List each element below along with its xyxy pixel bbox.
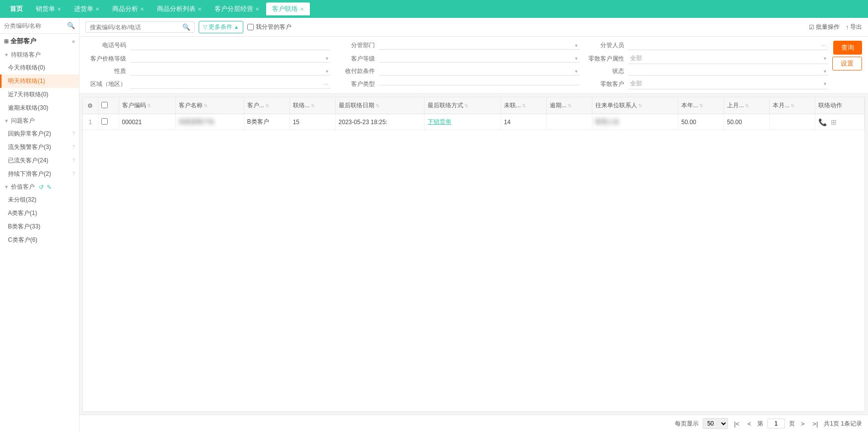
select-all-checkbox[interactable] [101, 102, 108, 108]
filter-status-select[interactable]: ▾ [628, 68, 828, 75]
next-page-button[interactable]: > [799, 419, 807, 429]
th-last-month[interactable]: 上月...⇅ [724, 97, 770, 114]
filter-dept: 分管部门 ▾ [334, 41, 579, 50]
search-box: 🔍 [85, 21, 195, 33]
th-settings[interactable]: ⚙ [83, 97, 98, 114]
grid-action-icon[interactable]: ⊞ [831, 118, 837, 126]
nav-product-analysis-list[interactable]: 商品分析列表 ✕ [151, 2, 208, 15]
sort-icon: ⇅ [265, 103, 269, 108]
chevron-down-icon: ▾ [575, 69, 578, 74]
filter-payment-select[interactable]: ▾ [379, 68, 579, 75]
sidebar-item-churn-warning[interactable]: 流失预警客户(3) ? [0, 141, 79, 154]
sidebar-search-icon[interactable]: 🔍 [67, 22, 75, 29]
help-icon[interactable]: ? [72, 158, 75, 163]
filter-customer-level-select[interactable]: ▾ [379, 55, 579, 63]
prev-page-button[interactable]: < [745, 419, 753, 429]
page-size-select[interactable]: 50 100 200 [703, 418, 728, 429]
th-not-contact[interactable]: 未联...⇅ [501, 97, 546, 114]
sidebar-item-declining[interactable]: 持续下滑客户(2) ? [0, 167, 79, 181]
sidebar-search-input[interactable] [4, 22, 67, 29]
filter-dept-select[interactable]: ▾ [379, 42, 579, 50]
sidebar-item-class-c[interactable]: C类客户(6) [0, 233, 79, 247]
refresh-icon[interactable]: ↺ [39, 184, 44, 191]
close-icon[interactable]: ✕ [300, 6, 304, 12]
sidebar-item-class-b[interactable]: B类客户(33) [0, 220, 79, 233]
th-type[interactable]: 客户...⇅ [244, 97, 289, 114]
dots-icon: ··· [323, 80, 328, 87]
my-customers-checkbox-label[interactable]: 我分管的客户 [247, 23, 291, 31]
my-customers-checkbox[interactable] [247, 24, 254, 30]
search-icon[interactable]: 🔍 [182, 23, 190, 31]
filter-gender-select[interactable]: ▾ [130, 68, 330, 75]
sidebar-item-repurchase-abnormal[interactable]: 回购异常客户(2) ? [0, 127, 79, 141]
help-icon[interactable]: ? [72, 131, 75, 137]
sidebar-item-class-a[interactable]: A类客户(1) [0, 207, 79, 220]
row-checkbox[interactable] [98, 114, 119, 130]
th-overdue[interactable]: 逾期...⇅ [546, 97, 592, 114]
filter-price-level-select[interactable]: ▾ [130, 55, 330, 63]
edit-icon[interactable]: ✎ [47, 184, 52, 191]
row-name: 张某某客户名 [176, 114, 244, 130]
filter-zero-customer-select[interactable]: 全部 ▾ [628, 53, 828, 64]
sort-icon: ⇅ [522, 103, 526, 108]
row-last-month: 50.00 [724, 114, 770, 130]
row-contact-count: 15 [289, 114, 335, 130]
sidebar-item-churned[interactable]: 已流失客户(24) ? [0, 154, 79, 167]
th-this-year[interactable]: 本年...⇅ [678, 97, 723, 114]
sidebar: 🔍 ⊞ 全部客户 « ▼ 待联络客户 今天待联络(0) 明天待联络(1) 近7天… [0, 18, 79, 432]
help-icon[interactable]: ? [72, 171, 75, 177]
th-contact-person[interactable]: 往来单位联系人⇅ [592, 97, 678, 114]
close-icon[interactable]: ✕ [198, 6, 202, 12]
filter-phone-input[interactable] [130, 41, 330, 50]
th-last-contact-date[interactable]: 最后联络日期⇅ [335, 97, 425, 114]
th-name[interactable]: 客户名称⇅ [176, 97, 244, 114]
help-icon[interactable]: ? [72, 144, 75, 150]
expand-arrow-icon: ▼ [4, 52, 9, 58]
nav-product-analysis[interactable]: 商品分析 ✕ [106, 2, 150, 15]
nav-purchase-order[interactable]: 进货单 ✕ [68, 2, 105, 15]
query-button[interactable]: 查询 [833, 41, 862, 55]
filter-region: 区域（地区） ··· [85, 79, 330, 89]
close-icon[interactable]: ✕ [140, 6, 144, 12]
th-last-contact-method[interactable]: 最后联络方式⇅ [425, 97, 501, 114]
sidebar-item-ungrouped[interactable]: 未分组(32) [0, 193, 79, 207]
nav-home[interactable]: 首页 [4, 2, 29, 15]
chevron-down-icon: ▾ [824, 69, 826, 74]
th-code[interactable]: 客户编码⇅ [119, 97, 176, 114]
filter-person: 分管人员 ··· [583, 41, 828, 50]
search-input[interactable] [90, 24, 182, 31]
more-filter-button[interactable]: ▽ 更多条件 ▲ [199, 21, 243, 33]
filter-person-select[interactable]: ··· [628, 41, 828, 50]
export-button[interactable]: ↑ 导出 [846, 23, 862, 31]
nav-sales-order[interactable]: 销货单 ✕ [30, 2, 67, 15]
filter-region-select[interactable]: ··· [130, 79, 330, 89]
nav-customer-segmentation[interactable]: 客户分层经营 ✕ [209, 2, 265, 15]
filter-customer-type-select[interactable] [379, 83, 579, 85]
batch-operation-button[interactable]: ☑ 批量操作 [809, 23, 840, 31]
collapse-icon[interactable]: « [72, 38, 75, 44]
close-icon[interactable]: ✕ [57, 6, 61, 12]
th-checkbox[interactable] [98, 97, 119, 114]
sidebar-item-tomorrow-pending[interactable]: 明天待联络(1) [0, 74, 79, 88]
th-contact-count[interactable]: 联络...⇅ [289, 97, 335, 114]
close-icon[interactable]: ✕ [95, 6, 99, 12]
phone-action-icon[interactable]: 📞 [818, 118, 827, 126]
set-button[interactable]: 设置 [832, 57, 862, 71]
th-this-month[interactable]: 本月...⇅ [770, 97, 815, 114]
row-select-checkbox[interactable] [101, 118, 108, 125]
row-last-contact-date: 2023-05-23 18:25: [335, 114, 425, 130]
all-customers-header[interactable]: ⊞ 全部客户 « [0, 34, 79, 49]
filter-zero-customer2-select[interactable]: 全部 ▾ [628, 78, 828, 89]
close-icon[interactable]: ✕ [255, 6, 259, 12]
row-type: B类客户 [244, 114, 289, 130]
row-last-contact-method[interactable]: 下销货单 [425, 114, 501, 130]
value-group-title: ▼ 价值客户 ↺ ✎ [0, 181, 79, 193]
sort-icon: ⇅ [699, 103, 703, 108]
nav-customer-contact[interactable]: 客户联络 ✕ [266, 2, 310, 15]
page-number-input[interactable] [767, 419, 785, 429]
sidebar-item-today-pending[interactable]: 今天待联络(0) [0, 61, 79, 74]
sidebar-item-overdue-pending[interactable]: 逾期未联络(30) [0, 101, 79, 115]
first-page-button[interactable]: |< [732, 419, 741, 429]
sidebar-item-7days-pending[interactable]: 近7天待联络(0) [0, 88, 79, 101]
last-page-button[interactable]: >| [810, 419, 820, 429]
